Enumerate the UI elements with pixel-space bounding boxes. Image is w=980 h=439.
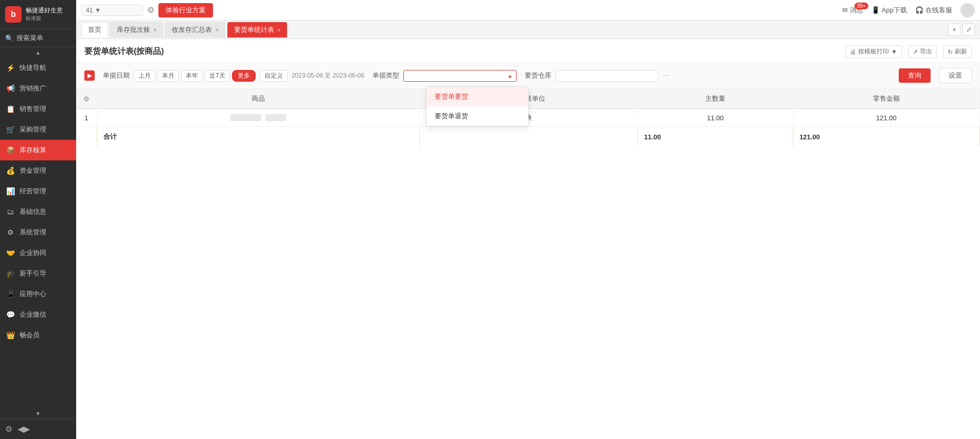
nav-icon-enterprise: 🤝: [5, 248, 15, 258]
sidebar-item-member[interactable]: 👑 畅会员: [0, 325, 76, 345]
nav-label-sales: 销售管理: [20, 104, 46, 114]
nav-icon-marketing: 📢: [5, 83, 15, 94]
sidebar-item-purchase[interactable]: 🛒 采购管理: [0, 119, 76, 140]
tab-inventory-batch[interactable]: 库存批次账×: [110, 22, 163, 38]
dropdown-item-request-goods[interactable]: 要货单要货: [426, 87, 528, 106]
messages-button[interactable]: ✉ 消息 99+: [842, 6, 863, 15]
sidebar-scroll-down[interactable]: ▼: [0, 408, 76, 418]
sidebar-item-operations[interactable]: 📊 经营管理: [0, 181, 76, 202]
print-icon: 🖨: [850, 48, 856, 56]
total-empty-2: [419, 127, 637, 147]
nav-icon-guide: 🎓: [5, 268, 15, 279]
warehouse-filter-label: 要货仓库: [525, 71, 551, 80]
query-button[interactable]: 查询: [899, 68, 931, 83]
settings-button[interactable]: 设置: [939, 68, 972, 83]
nav-label-guide: 新手引导: [20, 269, 46, 278]
warehouse-more-icon[interactable]: ···: [663, 71, 669, 80]
last-month-btn[interactable]: 上月: [134, 70, 155, 82]
online-service-button[interactable]: 🎧 在线客服: [915, 6, 952, 15]
user-avatar[interactable]: [960, 3, 975, 17]
message-icon: ✉: [842, 6, 848, 14]
nav-label-member: 畅会员: [20, 331, 40, 340]
sidebar-item-sales[interactable]: 📋 销售管理: [0, 99, 76, 119]
app-logo: b 畅捷通好生意 标准版: [0, 0, 76, 29]
type-select-input[interactable]: [403, 70, 516, 82]
last-7-days-btn[interactable]: 近7天: [205, 70, 230, 82]
tab-close-request-stats[interactable]: ×: [277, 27, 280, 33]
sidebar-item-appcenter[interactable]: 📱 应用中心: [0, 284, 76, 304]
table-container: ⚙ 商品 主计量单位 主数量 零售金额 1 块 11.00 121.00: [76, 89, 980, 439]
row-product-0: [97, 109, 419, 127]
this-month-btn[interactable]: 本月: [157, 70, 179, 82]
sidebar: b 畅捷通好生意 标准版 🔍 搜索菜单 ▲ ⚡ 快捷导航 📢 营销推广 📋 销售…: [0, 0, 76, 439]
search-icon: 🔍: [5, 34, 13, 42]
tab-close-inventory-batch[interactable]: ×: [153, 27, 156, 33]
maximize-tab-button[interactable]: ⤢: [963, 24, 975, 36]
filter-bar: ▶ 单据日期 上月 本月 本年 近7天 更多 自定义 2023-05-06 至 …: [76, 63, 980, 89]
tab-close-receivables[interactable]: ×: [215, 27, 218, 33]
phone-icon: 📱: [871, 6, 880, 14]
type-filter-label: 单据类型: [372, 71, 399, 80]
nav-icon-inventory: 📦: [5, 145, 15, 155]
branch-selector[interactable]: 41 ▼: [81, 5, 143, 16]
sidebar-item-enterprise[interactable]: 🤝 企业协同: [0, 243, 76, 263]
sidebar-scroll-up[interactable]: ▲: [0, 47, 76, 58]
collapse-footer-icon[interactable]: ◀▶: [17, 424, 30, 434]
filter-expand-button[interactable]: ▶: [84, 70, 95, 81]
sidebar-item-wechat[interactable]: 💬 企业微信: [0, 304, 76, 325]
topbar-gear-button[interactable]: ⚙: [147, 5, 154, 15]
tabs-bar: 首页库存批次账×收发存汇总表×要货单统计表× × ⤢: [76, 21, 980, 39]
sidebar-item-marketing[interactable]: 📢 营销推广: [0, 78, 76, 99]
warehouse-input[interactable]: [556, 70, 658, 82]
settings-footer-icon[interactable]: ⚙: [5, 424, 12, 434]
nav-icon-system: ⚙: [5, 227, 15, 237]
sidebar-item-guide[interactable]: 🎓 新手引导: [0, 263, 76, 284]
total-empty-1: [76, 127, 97, 147]
export-button[interactable]: ↗ 导出: [908, 45, 937, 58]
export-label: 导出: [920, 47, 932, 56]
page-title: 要货单统计表(按商品): [84, 46, 164, 57]
total-label: 合计: [97, 127, 419, 147]
date-range-display: 2023-05-06 至 2023-06-06: [292, 71, 364, 80]
nav-label-purchase: 采购管理: [20, 125, 46, 134]
th-gear[interactable]: ⚙: [76, 89, 97, 109]
export-icon: ↗: [913, 48, 918, 56]
refresh-button[interactable]: ↻ 刷新: [943, 45, 972, 58]
tab-label-inventory-batch: 库存批次账: [117, 25, 150, 34]
th-product: 商品: [97, 89, 419, 109]
total-qty: 11.00: [638, 127, 793, 147]
type-dropdown-menu: 要货单要货 要货单退货: [426, 86, 529, 126]
th-qty: 主数量: [638, 89, 793, 109]
tab-receivables[interactable]: 收发存汇总表×: [165, 22, 225, 38]
dropdown-item-request-return[interactable]: 要货单退货: [426, 106, 528, 126]
warehouse-filter-group: 要货仓库 ···: [525, 70, 890, 82]
custom-date-btn[interactable]: 自定义: [260, 70, 288, 82]
nav-label-system: 系统管理: [20, 228, 46, 237]
row-qty-0: 11.00: [638, 109, 793, 127]
row-index-0: 1: [76, 109, 97, 127]
sidebar-item-finance[interactable]: 💰 资金管理: [0, 160, 76, 181]
nav-label-basic: 基础信息: [20, 207, 46, 216]
tabs-container: 首页库存批次账×收发存汇总表×要货单统计表×: [81, 22, 287, 38]
search-label: 搜索菜单: [16, 33, 43, 43]
sidebar-item-basic[interactable]: 🗂 基础信息: [0, 202, 76, 222]
app-download-button[interactable]: 📱 App下载: [871, 6, 907, 15]
close-all-tab-button[interactable]: ×: [948, 24, 960, 36]
type-filter-group: 单据类型: [372, 70, 516, 82]
main-content: 41 ▼ ⚙ 体验行业方案 ✉ 消息 99+ 📱 App下载 🎧 在线客服: [76, 0, 980, 439]
tab-request-stats[interactable]: 要货单统计表×: [227, 22, 287, 38]
sidebar-item-inventory[interactable]: 📦 库存核算: [0, 140, 76, 160]
sidebar-item-system[interactable]: ⚙ 系统管理: [0, 222, 76, 243]
more-dates-btn[interactable]: 更多: [232, 70, 256, 82]
industry-button[interactable]: 体验行业方案: [158, 3, 213, 17]
topbar-left: 41 ▼ ⚙ 体验行业方案: [81, 3, 837, 17]
sidebar-item-quick-nav[interactable]: ⚡ 快捷导航: [0, 58, 76, 78]
nav-label-wechat: 企业微信: [20, 310, 46, 319]
date-buttons: 上月 本月 本年 近7天 更多: [134, 70, 256, 82]
sidebar-search[interactable]: 🔍 搜索菜单: [0, 29, 76, 47]
tab-home[interactable]: 首页: [81, 22, 108, 38]
nav-icon-quick-nav: ⚡: [5, 63, 15, 73]
online-service-label: 在线客服: [925, 6, 952, 15]
print-button[interactable]: 🖨 按模板打印 ▼: [845, 45, 902, 58]
this-year-btn[interactable]: 本年: [181, 70, 203, 82]
